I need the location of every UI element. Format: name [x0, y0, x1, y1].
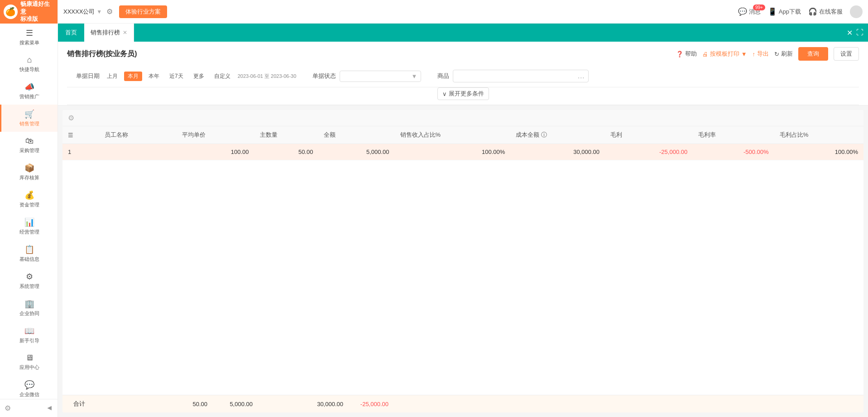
sidebar-item-wechat[interactable]: 💬 企业微信: [0, 375, 58, 399]
print-label: 按模板打印: [710, 50, 739, 58]
app-label: App下载: [779, 8, 801, 16]
date-opt-curr-month[interactable]: 本月: [124, 72, 142, 81]
message-button[interactable]: 💬 消息 99+: [738, 7, 761, 16]
date-opt-more[interactable]: 更多: [190, 72, 208, 81]
date-opt-custom[interactable]: 自定义: [211, 72, 234, 81]
company-chevron-icon: ▼: [96, 9, 102, 15]
sidebar-item-operation[interactable]: 📊 经营管理: [0, 213, 58, 240]
sidebar-label-finance: 资金管理: [19, 201, 39, 208]
help-button[interactable]: ❓ 帮助: [676, 50, 697, 58]
page-title: 销售排行榜(按业务员): [67, 49, 137, 59]
message-icon: 💬: [738, 7, 747, 16]
service-icon: 🎧: [808, 7, 817, 16]
table-row[interactable]: 1 100.00 50.00 5,000.00 100.00% 30,000.0…: [62, 144, 863, 160]
sidebar-icon-basic: 📋: [24, 244, 34, 254]
sidebar-item-marketing[interactable]: 📣 营销推广: [0, 77, 58, 105]
table-area: ⚙ ☰ 员工名称 平均单价 主数量 全额 销售收入占比% 成本全额 ⓘ 毛利 毛…: [62, 110, 863, 412]
sidebar-label-newbie: 新手引导: [19, 337, 39, 344]
date-opt-7days[interactable]: 近7天: [166, 72, 187, 81]
col-sales-pct: 销售收入占比%: [395, 126, 511, 144]
sidebar-item-purchase[interactable]: 🛍 采购管理: [0, 132, 58, 158]
expand-more-button[interactable]: ∨ 展开更多条件: [437, 87, 489, 100]
online-service-button[interactable]: 🎧 在线客服: [808, 7, 843, 16]
tab-expand-icon[interactable]: ⛶: [856, 29, 863, 37]
col-rank: ☰: [62, 126, 99, 144]
app-icon: 📱: [768, 7, 777, 16]
td-cost: 30,000.00: [510, 144, 605, 160]
td-qty: 50.00: [254, 144, 319, 160]
table-settings-icon[interactable]: ⚙: [68, 114, 74, 122]
print-chevron-icon: ▼: [741, 51, 747, 58]
tab-close-all-icon[interactable]: ✕: [847, 29, 853, 37]
footer-qty: 50.00: [177, 401, 213, 407]
sidebar-icon-search: ☰: [26, 28, 33, 38]
sidebar-item-search[interactable]: ☰ 搜索菜单: [0, 24, 58, 51]
table-footer: 合计 50.00 5,000.00 30,000.00 -25,000.00: [62, 395, 863, 412]
td-avg-price: 100.00: [177, 144, 254, 160]
sidebar-label-quick: 快捷导航: [19, 66, 39, 73]
filter-bar: 单据日期 上月 本月 本年 近7天 更多 自定义 2023-06-01 至 20…: [67, 65, 859, 87]
tab-close-icon[interactable]: ✕: [123, 29, 127, 36]
sidebar-item-inventory[interactable]: 📦 库存核算: [0, 158, 58, 186]
query-button[interactable]: 查询: [798, 47, 828, 61]
tab-home[interactable]: 首页: [58, 24, 84, 42]
tab-sales-rank[interactable]: 销售排行榜 ✕: [84, 24, 134, 42]
sidebar-item-newbie[interactable]: 📖 新手引导: [0, 321, 58, 349]
footer-label: 合计: [68, 400, 104, 408]
td-gross: -25,000.00: [605, 144, 693, 160]
sidebar-item-quick[interactable]: ⌂ 快捷导航: [0, 51, 58, 77]
sidebar-item-basic[interactable]: 📋 基础信息: [0, 240, 58, 267]
sidebar-item-enterprise[interactable]: 🏢 企业协同: [0, 294, 58, 321]
td-name: [99, 144, 177, 160]
app-download-button[interactable]: 📱 App下载: [768, 7, 801, 16]
help-icon: ❓: [676, 51, 683, 58]
date-opt-prev-month[interactable]: 上月: [103, 72, 121, 81]
sidebar-label-basic: 基础信息: [19, 256, 39, 263]
message-badge: 99+: [753, 5, 765, 10]
sidebar-label-wechat: 企业微信: [19, 391, 39, 398]
export-button[interactable]: ↑ 导出: [753, 50, 769, 58]
table-header-row: ☰ 员工名称 平均单价 主数量 全额 销售收入占比% 成本全额 ⓘ 毛利 毛利率…: [62, 126, 863, 144]
sidebar-icon-wechat: 💬: [24, 380, 34, 390]
sidebar-item-finance[interactable]: 💰 资金管理: [0, 186, 58, 213]
topbar-right: 💬 消息 99+ 📱 App下载 🎧 在线客服: [738, 5, 863, 18]
table-toolbar: ⚙: [62, 110, 863, 126]
trial-button[interactable]: 体验行业方案: [119, 5, 167, 18]
td-rank: 1: [62, 144, 99, 160]
user-avatar[interactable]: [850, 5, 863, 18]
col-name: 员工名称: [99, 126, 177, 144]
status-select[interactable]: ▼: [340, 71, 421, 82]
refresh-icon: ↻: [774, 51, 779, 58]
print-icon: 🖨: [702, 51, 708, 58]
table-empty-space: [62, 160, 863, 395]
logo-line2: 标准版: [20, 15, 54, 23]
sidebar-settings-icon[interactable]: ⚙: [5, 404, 11, 412]
sidebar-collapse-icon[interactable]: ◄: [46, 404, 53, 412]
topbar-gear-icon[interactable]: ⚙: [106, 7, 113, 16]
refresh-button[interactable]: ↻ 刷新: [774, 50, 793, 58]
print-button[interactable]: 🖨 按模板打印 ▼: [702, 50, 747, 58]
main-content: XXXXX公司 ▼ ⚙ 体验行业方案 💬 消息 99+ 📱 App下载 🎧 在线…: [58, 0, 868, 417]
date-opt-curr-year[interactable]: 本年: [145, 72, 163, 81]
sidebar-icon-apps: 🖥: [25, 353, 34, 363]
goods-ellipsis-icon[interactable]: …: [577, 72, 585, 80]
logo-icon: 🍊: [4, 5, 18, 19]
sidebar-nav: ☰ 搜索菜单 ⌂ 快捷导航 📣 营销推广 🛒 销售管理 🛍 采购管理 📦 库存核…: [0, 24, 58, 399]
td-amount: 5,000.00: [318, 144, 394, 160]
date-label: 单据日期: [76, 72, 100, 80]
page-actions: ❓ 帮助 🖨 按模板打印 ▼ ↑ 导出 ↻ 刷新: [676, 47, 859, 61]
sidebar-label-system: 系统管理: [19, 283, 39, 290]
sidebar-icon-operation: 📊: [24, 217, 34, 227]
sidebar-item-apps[interactable]: 🖥 应用中心: [0, 349, 58, 375]
sidebar-label-enterprise: 企业协同: [19, 310, 39, 317]
company-selector[interactable]: XXXXX公司 ▼: [63, 8, 102, 16]
sidebar-item-sales[interactable]: 🛒 销售管理: [0, 105, 58, 132]
sidebar-icon-newbie: 📖: [24, 326, 34, 336]
page-content: 销售排行榜(按业务员) ❓ 帮助 🖨 按模板打印 ▼ ↑ 导出: [58, 42, 868, 417]
settings-button[interactable]: 设置: [834, 47, 859, 61]
col-qty: 主数量: [254, 126, 319, 144]
sidebar-item-system[interactable]: ⚙ 系统管理: [0, 267, 58, 294]
goods-select[interactable]: …: [453, 70, 589, 82]
sidebar-icon-system: ⚙: [26, 272, 33, 282]
footer-amount: 5,000.00: [213, 401, 258, 407]
